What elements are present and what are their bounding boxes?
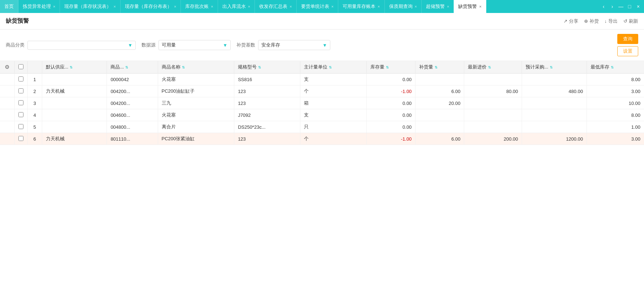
query-button[interactable]: 查询: [617, 34, 638, 44]
th-replenish: 补货量 ⇅: [415, 61, 464, 74]
tab-item-10[interactable]: 超储预警×: [422, 0, 454, 13]
tab-close-9[interactable]: ×: [415, 4, 417, 9]
row-supplier-1: 力天机械: [42, 85, 107, 97]
row-num-3: 4: [27, 109, 42, 121]
replenish-button[interactable]: ⊕ 补货: [584, 18, 599, 25]
settings-button[interactable]: 设置: [617, 46, 638, 56]
row-checkbox-4[interactable]: [18, 124, 23, 129]
row-latest-price-2: [464, 97, 522, 109]
tab-item-7[interactable]: 要货单统计表×: [297, 0, 338, 13]
goods-name-sort[interactable]: 商品名称 ⇅: [162, 64, 231, 70]
tab-item-5[interactable]: 出入库流水×: [218, 0, 255, 13]
row-checkbox-cell-4: [14, 121, 27, 133]
row-min-stock-5: 3.00: [587, 133, 644, 145]
row-unit-2: 箱: [300, 97, 367, 109]
est-purchase-sort[interactable]: 预计采购... ⇅: [526, 64, 583, 70]
supplier-sort-icon: ⇅: [70, 65, 73, 69]
tab-close-6[interactable]: ×: [290, 4, 292, 9]
tab-close-5[interactable]: ×: [248, 4, 250, 9]
stock-sort[interactable]: 库存量 ⇅: [370, 64, 412, 70]
latest-price-sort[interactable]: 最新进价 ⇅: [468, 64, 518, 70]
tab-item-3[interactable]: 现存量（库存分布表）×: [121, 0, 181, 13]
tab-next-button[interactable]: ›: [608, 2, 617, 11]
row-est-purchase-1: 480.00: [522, 85, 587, 97]
tab-close-10[interactable]: ×: [447, 4, 449, 9]
row-checkbox-cell-5: [14, 133, 27, 145]
row-min-stock-0: 8.00: [587, 74, 644, 85]
tab-close-3[interactable]: ×: [174, 4, 176, 9]
row-latest-price-1: 80.00: [464, 85, 522, 97]
row-checkbox-5[interactable]: [18, 136, 23, 141]
tab-close-1[interactable]: ×: [53, 4, 55, 9]
select-all-checkbox[interactable]: [18, 64, 23, 69]
latest-price-sort-icon: ⇅: [488, 65, 491, 69]
est-purchase-sort-icon: ⇅: [550, 65, 553, 69]
row-checkbox-3[interactable]: [18, 112, 23, 117]
export-button[interactable]: ↓ 导出: [605, 18, 618, 25]
table-row: 3004200...三九123箱0.0020.0010.00: [0, 97, 644, 109]
row-settings-4: [0, 121, 14, 133]
category-select[interactable]: ▼: [27, 41, 136, 50]
goods-code-sort[interactable]: 商品... ⇅: [110, 64, 154, 70]
row-settings-2: [0, 97, 14, 109]
tab-prev-button[interactable]: ‹: [599, 2, 608, 11]
row-checkbox-1[interactable]: [18, 88, 23, 93]
category-label: 商品分类: [6, 42, 25, 48]
row-unit-5: 个: [300, 133, 367, 145]
th-num: [27, 61, 42, 74]
row-est-purchase-2: [522, 97, 587, 109]
tab-item-9[interactable]: 保质期查询×: [385, 0, 422, 13]
share-button[interactable]: ↗ 分享: [564, 18, 578, 25]
row-spec-0: SS816: [234, 74, 300, 85]
replenish-base-filter-group: 补货基数 安全库存 ▼: [236, 40, 330, 50]
settings-gear-icon[interactable]: ⚙: [5, 64, 9, 70]
tab-item-8[interactable]: 可用量库存账本×: [338, 0, 384, 13]
row-settings-3: [0, 109, 14, 121]
row-goods-code-3: 004600...: [107, 109, 158, 121]
tab-item-2[interactable]: 现存量（库存状况表）×: [60, 0, 120, 13]
row-replenish-0: [415, 74, 464, 85]
page-content: 缺货预警 ↗ 分享 ⊕ 补货 ↓ 导出 ↺ 刷新 商品分类: [0, 13, 644, 287]
th-supplier: 默认供应... ⇅: [42, 61, 107, 74]
tab-item-0[interactable]: 首页: [0, 0, 18, 13]
tab-close-8[interactable]: ×: [378, 4, 380, 9]
replenish-sort[interactable]: 补货量 ⇅: [419, 64, 460, 70]
tab-close-2[interactable]: ×: [113, 4, 116, 9]
replenish-base-dropdown-icon: ▼: [322, 43, 327, 48]
row-checkbox-2[interactable]: [18, 100, 23, 105]
row-spec-1: 123: [234, 85, 300, 97]
table-row: 6力天机械801110...PC200张紧油缸123个-1.006.00200.…: [0, 133, 644, 145]
tab-item-6[interactable]: 收发存汇总表×: [255, 0, 296, 13]
table-row: 5004800...离合片DS250*23c...只0.001.00: [0, 121, 644, 133]
row-goods-name-2: 三九: [158, 97, 234, 109]
row-latest-price-3: [464, 109, 522, 121]
row-checkbox-cell-0: [14, 74, 27, 85]
unit-sort[interactable]: 主计量单位 ⇅: [304, 64, 363, 70]
window-close-button[interactable]: ×: [634, 2, 643, 11]
stock-sort-icon: ⇅: [386, 65, 389, 69]
row-supplier-0: [42, 74, 107, 85]
row-settings-0: [0, 74, 14, 85]
window-maximize-button[interactable]: □: [625, 2, 634, 11]
min-stock-sort[interactable]: 最低库存 ⇅: [591, 64, 640, 70]
replenish-base-select[interactable]: 安全库存 ▼: [258, 40, 330, 50]
tab-close-7[interactable]: ×: [331, 4, 334, 9]
datasource-select[interactable]: 可用量 ▼: [158, 40, 231, 50]
refresh-button[interactable]: ↺ 刷新: [623, 18, 638, 25]
datasource-select-value: 可用量: [162, 42, 220, 48]
window-minimize-button[interactable]: —: [617, 2, 625, 11]
tab-close-11[interactable]: ×: [479, 4, 481, 9]
tab-item-1[interactable]: 拣货异常处理×: [18, 0, 60, 13]
row-latest-price-5: 200.00: [464, 133, 522, 145]
th-goods-name: 商品名称 ⇅: [158, 61, 234, 74]
tab-item-11[interactable]: 缺货预警×: [454, 0, 486, 13]
row-checkbox-0[interactable]: [18, 76, 23, 81]
goods-code-sort-icon: ⇅: [125, 65, 128, 69]
tab-close-4[interactable]: ×: [211, 4, 213, 9]
row-settings-5: [0, 133, 14, 145]
row-spec-4: DS250*23c...: [234, 121, 300, 133]
spec-sort[interactable]: 规格型号 ⇅: [238, 64, 296, 70]
supplier-sort[interactable]: 默认供应... ⇅: [46, 64, 103, 70]
row-spec-2: 123: [234, 97, 300, 109]
tab-item-4[interactable]: 库存批次账×: [181, 0, 218, 13]
